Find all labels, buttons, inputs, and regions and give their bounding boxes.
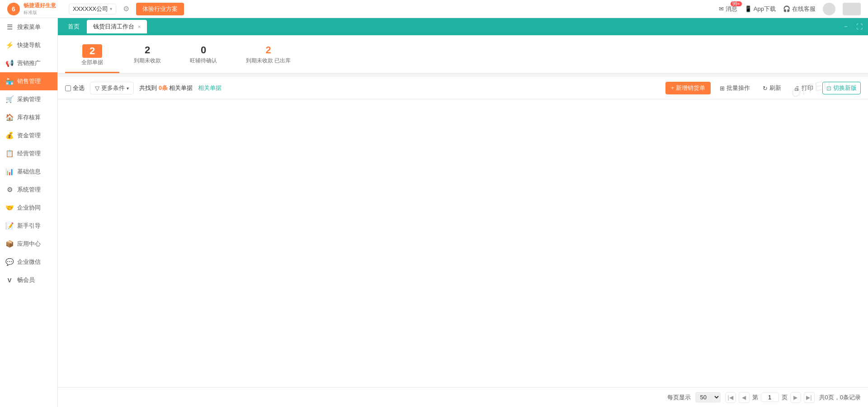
tabs-bar: 首页 钱货日清工作台 × － ⛶: [58, 18, 868, 35]
sidebar-item-appstore[interactable]: 📦 应用中心: [0, 235, 57, 253]
sidebar-item-search[interactable]: ☰ 搜索菜单: [0, 18, 57, 36]
page-prefix: 第: [752, 393, 758, 402]
sidebar-item-purchase[interactable]: 🛒 采购管理: [0, 90, 57, 108]
filter-label: 更多条件: [101, 84, 125, 92]
stat-tab-pending[interactable]: 0 旺辅待确认: [175, 41, 231, 73]
per-page-select[interactable]: 50 100 200: [695, 392, 721, 402]
sidebar-label-inventory: 库存核算: [17, 113, 41, 122]
tab-home-label: 首页: [68, 23, 80, 31]
logo-text: 畅捷通好生意 标准版: [24, 2, 56, 16]
footer: 每页显示 50 100 200 |◀ ◀ 第 页 ▶ ▶| 共0页，0条记录: [58, 387, 868, 407]
switch-version-button[interactable]: ⊡ 切换新版: [822, 82, 861, 94]
sidebar-item-sales[interactable]: 🏪 销售管理: [0, 72, 57, 90]
content-area: [58, 99, 868, 387]
sidebar-label-purchase: 采购管理: [17, 95, 41, 103]
stat-count-shipped: 2: [266, 44, 271, 56]
next-page-button[interactable]: ▶: [790, 392, 801, 403]
stat-tab-overdue[interactable]: 2 到期未收款: [119, 41, 175, 73]
related-link[interactable]: 相关单据: [198, 84, 222, 92]
logo-icon: 6: [7, 3, 20, 15]
stat-tab-shipped[interactable]: 2 到期未收款 已出库: [231, 41, 305, 73]
sidebar-item-inventory[interactable]: 🏠 库存核算: [0, 108, 57, 126]
page-input[interactable]: [761, 393, 779, 402]
sidebar-label-system: 系统管理: [17, 186, 41, 194]
settings-button[interactable]: ⚙: [120, 3, 132, 15]
tab-close-icon[interactable]: ×: [138, 24, 141, 29]
add-sales-button[interactable]: + 新增销货单: [665, 82, 711, 94]
logo-area: 6 畅捷通好生意 标准版: [7, 2, 56, 16]
sidebar-item-operation[interactable]: 📋 经营管理: [0, 145, 57, 163]
sidebar-item-marketing[interactable]: 📢 营销推广: [0, 54, 57, 72]
sidebar-label-sales: 销售管理: [17, 77, 41, 85]
total-label: 共0页，0条记录: [819, 393, 861, 402]
filter-button[interactable]: ▽ 更多条件 ▾: [90, 82, 134, 94]
main-content: 首页 钱货日清工作台 × － ⛶ 2 全部单据 2 到期未收款: [58, 18, 868, 407]
sidebar-label-quicknav: 快捷导航: [17, 41, 41, 49]
sidebar-item-wechat[interactable]: 💬 企业微信: [0, 253, 57, 271]
service-icon: 🎧: [783, 5, 790, 12]
sidebar-label-basic: 基础信息: [17, 168, 41, 176]
select-all-label: 全选: [73, 84, 85, 92]
sidebar-item-member[interactable]: V 畅会员: [0, 271, 57, 289]
found-count: 0条: [159, 84, 168, 91]
online-service-button[interactable]: 🎧 在线客服: [783, 5, 816, 13]
experience-button[interactable]: 体验行业方案: [136, 3, 184, 15]
appstore-icon: 📦: [5, 240, 14, 248]
finance-icon: 💰: [5, 131, 14, 140]
avatar[interactable]: [823, 3, 835, 15]
enterprise-icon: 🤝: [5, 204, 14, 212]
switch-icon: ⊡: [826, 85, 831, 92]
sidebar-label-member: 畅会员: [17, 276, 35, 284]
page-suffix: 页: [782, 393, 788, 402]
tab-work[interactable]: 钱货日清工作台 ×: [87, 20, 147, 33]
refresh-button[interactable]: ↻ 刷新: [759, 82, 785, 94]
first-page-button[interactable]: |◀: [725, 392, 736, 403]
search-icon: ☰: [5, 23, 14, 31]
tab-home[interactable]: 首页: [61, 20, 86, 33]
app-download-button[interactable]: 📱 App下载: [745, 5, 776, 13]
stat-count-all: 2: [82, 44, 102, 58]
stat-tab-all[interactable]: 2 全部单据: [65, 41, 119, 73]
stat-label-all: 全部单据: [81, 59, 103, 66]
select-all-input[interactable]: [65, 85, 71, 91]
purchase-icon: 🛒: [5, 95, 14, 103]
download-icon: 📱: [745, 5, 752, 12]
tab-minimize-button[interactable]: －: [841, 21, 851, 33]
select-all-checkbox[interactable]: 全选: [65, 84, 85, 92]
sidebar-item-enterprise[interactable]: 🤝 企业协同: [0, 199, 57, 217]
sidebar: ☰ 搜索菜单 ⚡ 快捷导航 📢 营销推广 🏪 销售管理 🛒 采购管理 🏠 库存核…: [0, 18, 58, 407]
top-header: 6 畅捷通好生意 标准版 XXXXXX公司 ▾ ⚙ 体验行业方案 ✉ 消息 99…: [0, 0, 868, 18]
user-info[interactable]: [843, 3, 861, 15]
tab-actions: － ⛶: [841, 21, 864, 33]
basic-icon: 📊: [5, 168, 14, 176]
inventory-icon: 🏠: [5, 113, 14, 122]
header-right: ✉ 消息 99+ 📱 App下载 🎧 在线客服: [719, 3, 861, 15]
sidebar-item-quicknav[interactable]: ⚡ 快捷导航: [0, 36, 57, 54]
batch-button[interactable]: ⊞ 批量操作: [716, 82, 754, 94]
sidebar-item-basic[interactable]: 📊 基础信息: [0, 163, 57, 181]
stat-count-overdue: 2: [145, 44, 150, 56]
sidebar-item-finance[interactable]: 💰 资金管理: [0, 126, 57, 145]
header-left: 6 畅捷通好生意 标准版 XXXXXX公司 ▾ ⚙ 体验行业方案: [7, 2, 184, 16]
system-icon: ⚙: [5, 186, 14, 194]
print-button[interactable]: 🖨 打印: [790, 82, 817, 94]
toolbar-left: 全选 ▽ 更多条件 ▾ 共找到 0条 相关单据 相关单据: [65, 82, 660, 94]
per-page-label: 每页显示: [667, 393, 691, 402]
sidebar-item-newbie[interactable]: 📝 新手引导: [0, 217, 57, 235]
message-button[interactable]: ✉ 消息 99+: [719, 5, 737, 13]
prev-page-button[interactable]: ◀: [739, 392, 750, 403]
sidebar-label-marketing: 营销推广: [17, 59, 41, 67]
stat-label-shipped: 到期未收款 已出库: [246, 57, 291, 65]
company-selector[interactable]: XXXXXX公司 ▾: [69, 4, 116, 14]
last-page-button[interactable]: ▶|: [804, 392, 815, 403]
main-layout: ☰ 搜索菜单 ⚡ 快捷导航 📢 营销推广 🏪 销售管理 🛒 采购管理 🏠 库存核…: [0, 18, 868, 407]
sidebar-item-system[interactable]: ⚙ 系统管理: [0, 181, 57, 199]
tab-expand-button[interactable]: ⛶: [854, 21, 864, 33]
page-content: 2 全部单据 2 到期未收款 0 旺辅待确认 2 到期未收款 已出库: [58, 35, 868, 407]
operation-icon: 📋: [5, 150, 14, 158]
message-badge: 99+: [731, 1, 742, 6]
sidebar-label-enterprise: 企业协同: [17, 204, 41, 212]
batch-icon: ⊞: [720, 85, 725, 92]
refresh-icon: ↻: [763, 85, 768, 92]
stats-tabs: 2 全部单据 2 到期未收款 0 旺辅待确认 2 到期未收款 已出库: [58, 35, 868, 74]
